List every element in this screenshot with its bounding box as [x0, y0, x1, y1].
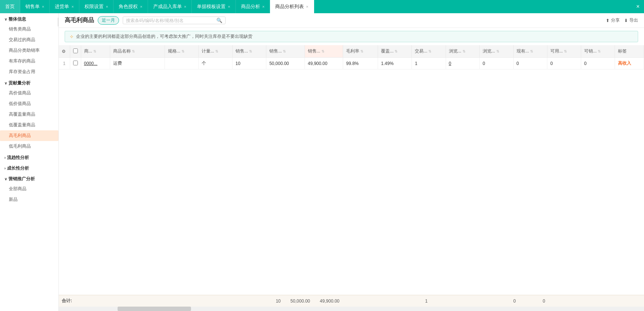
col-unit[interactable]: 计量...⇅: [198, 45, 232, 58]
chevron-down-icon: ∨: [4, 17, 7, 21]
col-available[interactable]: 可用...⇅: [547, 45, 581, 58]
nav-product-analysis[interactable]: 商品分析 ×: [236, 0, 270, 13]
sidebar-group-marketing[interactable]: ∨ 营销推广分析: [0, 173, 58, 184]
row-sales-qty: 10: [233, 58, 266, 69]
nav-template[interactable]: 单据模板设置 ×: [192, 0, 235, 13]
sidebar-item-all-goods[interactable]: 全部商品: [0, 184, 58, 194]
sidebar-item-high-value[interactable]: 高价值商品: [0, 88, 58, 98]
row-code[interactable]: 0000...: [81, 58, 110, 69]
col-spec[interactable]: 规格...⇅: [165, 45, 198, 58]
col-browse1[interactable]: 浏览...⇅: [446, 45, 479, 58]
col-checkbox[interactable]: [70, 45, 81, 58]
footer-cells: 10 50,000.00 49,900.00 1 0 0: [78, 299, 641, 304]
search-box: 🔍: [123, 17, 226, 24]
info-banner: ✧ 企业的主要的利润都是这部分商品创造的，可考虑加大推广，同时关注库存是不要出现…: [65, 31, 638, 42]
nav-product-inbound[interactable]: 产成品入库单 ×: [148, 0, 192, 13]
sidebar-group-overall[interactable]: ∨ 整体信息: [0, 13, 58, 24]
sidebar-group-growth[interactable]: › 成长性分析: [0, 162, 58, 173]
sidebar-item-in-stock[interactable]: 有库存的商品: [0, 56, 58, 66]
sidebar-item-low-value[interactable]: 低价值商品: [0, 98, 58, 109]
col-settings[interactable]: ⚙: [59, 45, 70, 58]
sidebar-item-low-margin[interactable]: 低毛利商品: [0, 141, 58, 152]
search-input[interactable]: [126, 18, 215, 23]
sidebar-item-new-goods[interactable]: 新品: [0, 194, 58, 205]
footer-spacer2: [342, 299, 372, 304]
row-select-checkbox[interactable]: [73, 61, 78, 65]
col-sales-profit[interactable]: 销售...⇅: [305, 45, 343, 58]
chevron-right-icon: ›: [4, 166, 6, 170]
sidebar-item-low-coverage[interactable]: 低覆盖量商品: [0, 120, 58, 130]
sort-icon: ⇅: [463, 49, 465, 53]
sidebar-item-high-coverage[interactable]: 高覆盖量商品: [0, 109, 58, 120]
col-coverage[interactable]: 覆盖...⇅: [378, 45, 412, 58]
col-gross-margin[interactable]: 毛利率⇅: [343, 45, 378, 58]
nav-sales[interactable]: 销售单 ×: [20, 0, 50, 13]
sidebar-item-stock-capital[interactable]: 库存资金占用: [0, 66, 58, 77]
nav-permissions[interactable]: 权限设置 ×: [79, 0, 114, 13]
close-icon[interactable]: ×: [184, 5, 186, 9]
chevron-down-icon: ∨: [4, 81, 7, 85]
sidebar-group-trend[interactable]: › 流趋性分析: [0, 152, 58, 162]
horizontal-scrollbar[interactable]: [59, 307, 644, 311]
row-current: 0: [513, 58, 547, 69]
nav-home[interactable]: 首页: [0, 0, 20, 13]
data-table-container[interactable]: ⚙ 商...⇅ 商品名称⇅ 规格...⇅: [59, 45, 644, 295]
data-table: ⚙ 商...⇅ 商品名称⇅ 规格...⇅: [59, 45, 644, 69]
sort-icon: ⇅: [428, 49, 431, 53]
chevron-down-icon: ∨: [4, 177, 7, 181]
col-sellable[interactable]: 可销...⇅: [581, 45, 615, 58]
row-gross-margin: 99.8%: [343, 58, 378, 69]
close-icon[interactable]: ×: [42, 5, 44, 9]
sidebar-item-sales-goods[interactable]: 销售类商品: [0, 24, 58, 35]
footer-spacer4: [431, 299, 460, 304]
scrollbar-thumb[interactable]: [118, 307, 191, 311]
row-sales-amount: 50,000.00: [266, 58, 305, 69]
close-icon[interactable]: ×: [106, 5, 108, 9]
sidebar-group-contribution[interactable]: ∨ 贡献量分析: [0, 77, 58, 88]
footer-current: 0: [489, 299, 519, 304]
sidebar-item-traded-goods[interactable]: 交易过的商品: [0, 35, 58, 45]
nav-roles[interactable]: 角色授权 ×: [114, 0, 148, 13]
col-sales-qty[interactable]: 销售...⇅: [233, 45, 266, 58]
footer-spacer3: [372, 299, 401, 304]
row-num: 1: [59, 58, 70, 69]
close-window-button[interactable]: ×: [632, 0, 644, 13]
sort-icon: ⇅: [283, 49, 286, 53]
col-name[interactable]: 商品名称⇅: [110, 45, 165, 58]
sidebar-item-category-rate[interactable]: 商品分类助销率: [0, 45, 58, 56]
close-icon[interactable]: ×: [228, 5, 230, 9]
nav-product-analysis-list[interactable]: 商品分析列表 ×: [270, 0, 314, 13]
sort-icon: ⇅: [564, 49, 567, 53]
select-all-checkbox[interactable]: [73, 48, 78, 53]
chevron-right-icon: ›: [4, 156, 6, 160]
nav-purchase[interactable]: 进货单 ×: [50, 0, 79, 13]
col-browse2[interactable]: 浏览...⇅: [479, 45, 513, 58]
close-icon[interactable]: ×: [262, 5, 265, 9]
col-code[interactable]: 商...⇅: [81, 45, 110, 58]
sort-icon: ⇅: [395, 49, 397, 53]
col-sales-amount[interactable]: 销售...⇅: [266, 45, 305, 58]
col-tag[interactable]: 标签: [615, 45, 644, 58]
sidebar-collapse-button[interactable]: «: [58, 18, 59, 26]
export-button[interactable]: ⬇ 导出: [624, 17, 638, 23]
share-button[interactable]: ⬆ 分享: [606, 17, 620, 23]
close-icon[interactable]: ×: [71, 5, 73, 9]
sort-icon: ⇅: [321, 49, 324, 53]
row-tag: 高收入: [615, 58, 644, 69]
col-current[interactable]: 现有...⇅: [513, 45, 547, 58]
row-browse1[interactable]: 0: [446, 58, 479, 69]
page-title: 高毛利商品: [65, 17, 94, 24]
filter-recent-month-button[interactable]: 近一月: [98, 16, 119, 25]
sort-icon: ⇅: [530, 49, 533, 53]
sidebar-item-high-margin[interactable]: 高毛利商品: [0, 130, 58, 141]
close-icon[interactable]: ×: [140, 5, 142, 9]
sort-icon: ⇅: [598, 49, 601, 53]
footer-label: 合计:: [62, 298, 78, 304]
row-browse2: 0: [479, 58, 513, 69]
row-checkbox[interactable]: [70, 58, 81, 69]
footer-sales-qty: 10: [254, 299, 284, 304]
search-icon[interactable]: 🔍: [216, 18, 222, 23]
close-icon[interactable]: ×: [306, 5, 308, 9]
col-transaction[interactable]: 交易...⇅: [412, 45, 446, 58]
footer-sales-profit: 49,900.00: [313, 299, 342, 304]
